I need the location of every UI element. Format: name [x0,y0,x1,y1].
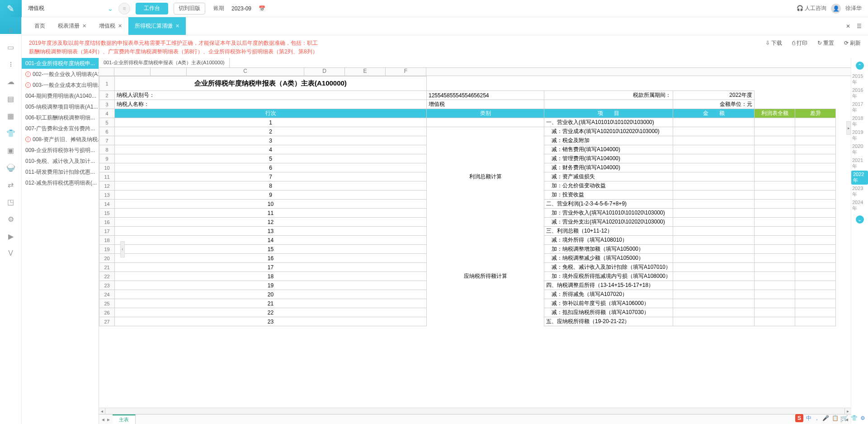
cell-diff[interactable] [795,118,836,127]
rail-video-icon[interactable]: ▶ [6,232,15,241]
cell-amount[interactable] [673,317,755,326]
cell-diff[interactable] [795,209,836,218]
rail-doc-icon[interactable]: ▭ [6,43,15,52]
tree-item[interactable]: 010-免税、减计收入及加计... [22,156,99,167]
logo[interactable]: ✎ [0,0,22,17]
refresh-button[interactable]: ⟳ 刷新 [844,39,861,48]
sheet-tab[interactable]: 001-企业所得税年度纳税申报表（A类）主表(A100000) [99,58,230,67]
download-button[interactable]: ⇩ 下载 [765,39,782,48]
cell-diff[interactable] [795,317,836,326]
cell-profit[interactable] [755,236,795,245]
year-chip[interactable]: 2017年 [851,100,868,114]
rail-bowl-icon[interactable]: 🍚 [6,163,15,172]
cell-profit[interactable] [755,245,795,254]
cell-profit[interactable] [755,317,795,326]
cell-profit[interactable] [755,263,795,272]
cell-diff[interactable] [795,154,836,163]
tree-item[interactable]: !002-一般企业收入明细表(A1... [22,69,99,80]
cell-diff[interactable] [795,272,836,281]
cell-amount[interactable] [673,236,755,245]
rail-v-icon[interactable]: V [6,249,15,258]
cell-amount[interactable] [673,263,755,272]
reset-button[interactable]: ↻ 重置 [817,39,834,48]
cell-profit[interactable] [755,191,795,200]
cell-diff[interactable] [795,236,836,245]
cell-profit[interactable] [755,308,795,317]
year-chip[interactable]: 2024年 [851,199,868,213]
h-scrollbar[interactable]: ◂▸ [99,408,851,414]
cell-profit[interactable] [755,136,795,145]
cell-profit[interactable] [755,290,795,299]
cell-amount[interactable] [673,227,755,236]
ime-badge[interactable]: S [795,414,803,422]
cell-amount[interactable] [673,200,755,209]
close-icon[interactable]: ✕ [82,23,86,29]
close-icon[interactable]: ✕ [118,23,122,29]
cell-amount[interactable] [673,163,755,172]
cell-amount[interactable] [673,181,755,191]
period-value[interactable]: 2023-09 [231,5,251,12]
cell-diff[interactable] [795,245,836,254]
tree-item[interactable]: 009-企业所得税弥补亏损明... [22,145,99,156]
cell-amount[interactable] [673,308,755,317]
year-chip[interactable]: 2020年 [851,143,868,157]
tabs-menu-icon[interactable]: ☰ [857,23,862,29]
cell-amount[interactable] [673,254,755,263]
cell-amount[interactable] [673,191,755,200]
cell-profit[interactable] [755,163,795,172]
cell-diff[interactable] [795,254,836,263]
tab-vat[interactable]: 增值税✕ [93,17,128,35]
cell-profit[interactable] [755,218,795,227]
rail-bag-icon[interactable]: ☁ [6,77,15,86]
cell-diff[interactable] [795,163,836,172]
avatar[interactable]: 👤 [831,4,841,14]
company-selector[interactable]: 增值税 ⌄ [28,5,113,12]
tree-item[interactable]: 012-减免所得税优惠明细表(... [22,177,99,188]
cell-profit[interactable] [755,254,795,263]
cell-profit[interactable] [755,145,795,154]
cell-profit[interactable] [755,299,795,308]
cell-diff[interactable] [795,263,836,272]
cell-amount[interactable] [673,127,755,136]
user-name[interactable]: 徐泽华 [845,5,862,12]
tree-item[interactable]: 001-企业所得税年度纳税申... [22,58,99,69]
cell-diff[interactable] [795,200,836,209]
workspace-button[interactable]: 工作台 [136,3,168,14]
grid-body[interactable]: 1企业所得税年度纳税申报表（A类）主表(A100000)2纳税人识别号：1255… [99,76,851,408]
rail-transfer-icon[interactable]: ⇄ [6,180,15,189]
tab-home[interactable]: 首页 [28,17,52,35]
year-up-icon[interactable]: ⌃ [856,62,864,70]
cell-profit[interactable] [755,181,795,191]
cell-diff[interactable] [795,136,836,145]
tab-income-tax[interactable]: 所得税汇算清缴✕ [128,17,186,35]
collapse-tree-handle[interactable]: ‹ [120,241,125,257]
cell-amount[interactable] [673,245,755,254]
rail-calc-icon[interactable]: ▦ [6,111,15,120]
cell-diff[interactable] [795,172,836,181]
close-all-icon[interactable]: ✕ [846,23,850,29]
consult-link[interactable]: 🎧 人工咨询 [797,5,826,12]
tree-item[interactable]: !008-资产折旧、摊销及纳税... [22,134,99,145]
cell-profit[interactable] [755,127,795,136]
cell-amount[interactable] [673,299,755,308]
print-button[interactable]: ⎙ 打印 [792,39,807,48]
cell-amount[interactable] [673,145,755,154]
cell-amount[interactable] [673,209,755,218]
rail-gear-icon[interactable]: ⚙ [6,214,15,224]
calendar-icon[interactable]: 📅 [259,5,265,12]
year-chip[interactable]: 2016年 [851,86,868,100]
tree-item[interactable]: 006-职工薪酬纳税调整明细... [22,112,99,123]
year-down-icon[interactable]: ⌄ [856,215,864,224]
cell-profit[interactable] [755,118,795,127]
cell-amount[interactable] [673,281,755,290]
rail-home-icon[interactable]: ⌂ [6,25,15,34]
history-button[interactable]: ≡ [118,3,130,14]
cell-profit[interactable] [755,281,795,290]
rail-clip-icon[interactable]: ▤ [6,94,15,103]
year-chip[interactable]: 2015年 [851,72,868,86]
cell-diff[interactable] [795,281,836,290]
cell-amount[interactable] [673,272,755,281]
rail-shirt-icon[interactable]: 👕 [6,129,15,138]
switch-old-button[interactable]: 切到旧版 [174,3,205,14]
cell-profit[interactable] [755,227,795,236]
